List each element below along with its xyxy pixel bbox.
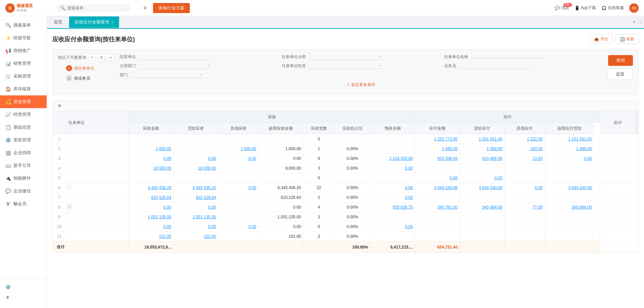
sidebar-item-stock[interactable]: 🏠 库存核算: [0, 83, 47, 95]
td-loan-recv[interactable]: 0.00: [173, 222, 218, 232]
scheme-option-salesman[interactable]: ⊙ 按业务员: [63, 74, 114, 83]
td-pay-amt[interactable]: 1,252,773.00: [415, 134, 460, 144]
sidebar-item-marketing[interactable]: 📢 营销推广: [0, 44, 47, 57]
tab-home[interactable]: 首页: [47, 16, 69, 28]
top-search-box[interactable]: 🔍: [56, 4, 130, 12]
td-loan-recv[interactable]: 0.00: [173, 154, 218, 164]
scheme-option-unit[interactable]: ⊙ 按往来单位: [63, 64, 114, 73]
td-pay-amt[interactable]: 3,044,240.00: [415, 183, 460, 193]
td-other-recv[interactable]: 0.00: [218, 154, 258, 164]
salesman-input[interactable]: ...: [459, 63, 533, 69]
td-loan-pay[interactable]: 915,495.56: [460, 154, 504, 164]
sidebar-item-finance[interactable]: 💰 资金管理: [0, 95, 47, 108]
industry-btn[interactable]: 体验行业方案: [153, 3, 190, 13]
collapse-more-btn[interactable]: ∧ 收起更多条件: [345, 81, 376, 89]
td-overdue-pay[interactable]: 345,684.00: [545, 203, 594, 212]
window-close-btn[interactable]: ×: [633, 19, 636, 25]
td-prepaid[interactable]: 0.00: [370, 193, 415, 203]
unit-name-input[interactable]: [471, 56, 545, 58]
td-loan-recv[interactable]: 18,000.00: [173, 164, 218, 173]
footer-empty8: [594, 241, 600, 253]
td-overdue-pay[interactable]: 1,390.00: [545, 144, 594, 154]
td-other-recv[interactable]: 0.00: [218, 183, 258, 193]
td-other-pay[interactable]: 13.00: [504, 154, 545, 164]
sidebar-item-operation[interactable]: 📈 经营管理: [0, 108, 47, 121]
download-btn[interactable]: 📱 App下载: [575, 5, 596, 11]
sidebar-settings-btn[interactable]: ⚙️: [0, 282, 47, 292]
jiesuan-input[interactable]: ...: [139, 54, 212, 60]
td-other-recv[interactable]: 0.00: [218, 222, 258, 232]
td-recv-amt[interactable]: 0.00: [129, 203, 173, 212]
td-loan-recv[interactable]: 4,345,436.20: [173, 183, 218, 193]
sidebar-item-guide[interactable]: 📖 新手引导: [0, 159, 47, 172]
td-loan-recv[interactable]: 1,001,135.00: [173, 212, 218, 222]
window-max-btn[interactable]: □: [639, 19, 641, 25]
td-other-pay[interactable]: 0.00: [504, 183, 545, 193]
sidebar-item-sales[interactable]: 📊 销售管理: [0, 57, 47, 70]
td-loan-recv[interactable]: 152.00: [173, 232, 218, 241]
dept-manage-input[interactable]: ▼: [139, 63, 212, 69]
message-btn[interactable]: 💬 消息 99+: [555, 5, 569, 11]
td-prepaid[interactable]: 0.00: [370, 222, 415, 232]
table-settings-icon[interactable]: ⚙: [56, 102, 63, 109]
sidebar-item-member[interactable]: V 畅会员: [0, 197, 47, 210]
td-overdue-pay[interactable]: 3,044,240.00: [545, 183, 594, 193]
td-recv-amt[interactable]: 152.00: [129, 232, 173, 241]
td-recv-amt[interactable]: 1,001,135.00: [129, 212, 173, 222]
gear-button[interactable]: ⚙: [141, 4, 149, 12]
td-pay-amt[interactable]: 0.00: [415, 173, 460, 183]
td-loan-pay[interactable]: 1,251,551.00: [460, 134, 504, 144]
service-btn[interactable]: 🎧 在线客服: [601, 5, 624, 11]
td-recv-amt[interactable]: 18,000.00: [129, 164, 173, 173]
refresh-btn[interactable]: 🔄 刷新: [615, 34, 639, 44]
sidebar-item-wechat[interactable]: 💬 企业微信: [0, 185, 47, 197]
td-loan-pay[interactable]: 1,390.00: [460, 144, 504, 154]
td-other-pay[interactable]: 1,222.00: [504, 134, 545, 144]
sidebar-item-hardware[interactable]: 🔌 智能硬件: [0, 172, 47, 185]
td-loan-pay[interactable]: 3,044,240.00: [460, 183, 504, 193]
sidebar-item-system[interactable]: ⚙️ 系统管理: [0, 134, 47, 146]
td-loan-recv[interactable]: 0.00: [173, 203, 218, 212]
sidebar-item-quick[interactable]: ⚡ 快捷导航: [0, 32, 47, 44]
td-pay-amt[interactable]: 915,508.56: [415, 154, 460, 164]
add-scheme-btn[interactable]: +: [88, 54, 96, 61]
td-overdue-pay[interactable]: 1,251,551.00: [545, 134, 594, 144]
td-prepaid[interactable]: 2,153,333.00: [370, 154, 415, 164]
td-loan-pay[interactable]: 345,684.00: [460, 203, 504, 212]
unit-nature-input[interactable]: ▼: [309, 63, 382, 69]
scheme1-label: 按往来单位: [74, 65, 94, 71]
td-recv-amt[interactable]: 4,345,436.20: [129, 183, 173, 193]
category-input[interactable]: ▼: [309, 54, 382, 60]
sidebar-item-corp[interactable]: 🏢 企业协同: [0, 146, 47, 159]
scheme-settings-btn[interactable]: ⊙: [98, 54, 105, 61]
dept-input[interactable]: ▼: [130, 72, 204, 78]
set-btn[interactable]: 设置: [607, 69, 633, 80]
td-prepaid[interactable]: 655,636.75: [370, 203, 415, 212]
sidebar-item-basic[interactable]: 📋 基础信息: [0, 121, 47, 134]
td-prepaid[interactable]: 0.00: [370, 164, 415, 173]
td-other-recv[interactable]: 1,000.00: [218, 144, 258, 154]
td-recv-amt[interactable]: 1,000.00: [129, 144, 173, 154]
query-btn[interactable]: 查询: [608, 55, 633, 66]
td-pay-amt[interactable]: 1,490.00: [415, 144, 460, 154]
tab-current[interactable]: 应收应付余额查询 ×: [69, 16, 119, 28]
scheme-collapse-btn[interactable]: «: [107, 54, 114, 61]
td-pay-amt[interactable]: 345,761.00: [415, 203, 460, 212]
user-avatar[interactable]: Rit: [629, 3, 639, 13]
tab-close-btn[interactable]: ×: [111, 20, 114, 25]
td-overdue-pay[interactable]: 0.00: [545, 154, 594, 164]
sidebar-collapse-btn[interactable]: ⏸: [0, 292, 47, 303]
top-search-input[interactable]: [67, 6, 118, 10]
td-recv-amt[interactable]: 0.00: [129, 154, 173, 164]
td-other-pay[interactable]: 77.00: [504, 203, 545, 212]
td-other-pay[interactable]: 100.00: [504, 144, 545, 154]
td-prepaid[interactable]: 0.00: [370, 183, 415, 193]
sidebar-item-purchase[interactable]: 🛒 采购管理: [0, 70, 47, 83]
td-recv-amt[interactable]: 0.00: [129, 222, 173, 232]
td-recv-amt[interactable]: 810,126.64: [129, 193, 173, 203]
export-btn[interactable]: 📤 导出: [590, 34, 613, 44]
th-payable-group: 应付: [415, 112, 600, 123]
td-loan-recv[interactable]: 810,126.64: [173, 193, 218, 203]
td-loan-pay[interactable]: 0.00: [460, 173, 504, 183]
sidebar-item-search[interactable]: 🔍 搜索菜单: [0, 19, 47, 32]
